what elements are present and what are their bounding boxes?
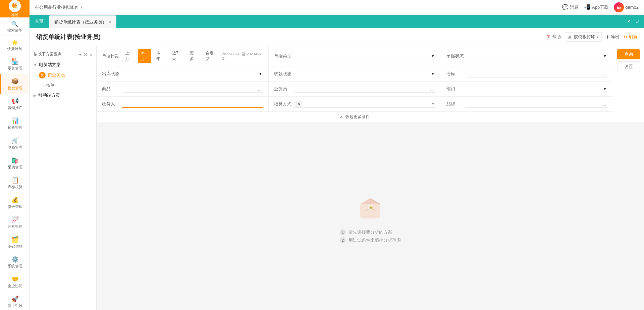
sidebar-item-newbie[interactable]: 🚀 新手引导 (0, 292, 29, 310)
doc-status-select[interactable]: ▾ (467, 53, 607, 59)
sidebar-quicknav-label: 快捷导航 (7, 46, 22, 51)
breadcrumb-dropdown[interactable]: ▾ (80, 5, 83, 10)
scheme-sub-item-order[interactable]: ∷ 按单 (30, 81, 96, 90)
date-more-btn[interactable]: 更多 (187, 49, 201, 63)
sidebar-item-quick-nav[interactable]: ⭐ 快捷导航 (0, 36, 29, 54)
sidebar-item-basic[interactable]: 🗂️ 基础信息 (0, 232, 29, 252)
tab-active[interactable]: 销货单统计表（按业务员） × (49, 15, 116, 29)
receipt-status-select[interactable]: ▾ (294, 70, 435, 77)
tab-window-close-icon[interactable]: × (626, 17, 632, 26)
sidebar-item-search[interactable]: 🔍 搜索菜单 (0, 17, 29, 36)
consignee-dots[interactable]: ... (258, 101, 262, 106)
left-panel-icons: + ⊙ « (79, 52, 92, 57)
settlement-tag-close[interactable]: × (298, 102, 300, 106)
warehouse-dots[interactable]: ... (602, 71, 606, 76)
scheme-group-desktop: ▼ 电脑端方案 按 按业务员 ∷ 按单 (30, 60, 96, 90)
department-label: 部门 (446, 86, 467, 92)
sidebar-item-retail[interactable]: 🏪 零售管理 (0, 54, 29, 74)
avatar-initials: Ea (617, 5, 621, 9)
scheme-group-mobile-header[interactable]: ▶ 移动端方案 (30, 90, 96, 100)
sidebar-item-sales[interactable]: 📊 销售管理 (0, 114, 29, 134)
ecommerce-icon: 🛒 (11, 137, 19, 144)
sidebar-item-operation[interactable]: 📈 经营管理 (0, 213, 29, 232)
collapse-label: 收起更多条件 (345, 114, 370, 119)
scheme-group-mobile: ▶ 移动端方案 (30, 90, 96, 100)
sidebar-item-wholesale[interactable]: 📦 批发管理 (0, 74, 29, 94)
tab-close-btn[interactable]: × (109, 20, 111, 24)
date-last7-btn[interactable]: 近7天 (169, 49, 185, 63)
scheme-active-dot: 按 (39, 72, 46, 79)
tab-home[interactable]: 首页 (30, 15, 49, 28)
brand-dots[interactable]: ... (602, 101, 606, 107)
sidebar-operation-label: 经营管理 (8, 224, 22, 229)
sidebar-item-purchase[interactable]: 🛍️ 采购管理 (0, 153, 29, 173)
sidebar-wholesale-label: 批发管理 (8, 86, 22, 91)
sidebar-ecommerce-label: 电商管理 (8, 145, 22, 150)
sidebar-item-marketing[interactable]: 📢 营销推广 (0, 94, 29, 114)
add-scheme-icon[interactable]: + (79, 52, 82, 57)
tip-1-num: 1 (340, 229, 346, 235)
date-this-year-btn[interactable]: 本年 (153, 49, 167, 63)
export-btn[interactable]: ⬇ 导出 (606, 34, 620, 40)
enterprise-icon: 🤝 (11, 275, 19, 283)
sidebar-item-ecommerce[interactable]: 🛒 电商管理 (0, 134, 29, 153)
scheme-item-salesperson[interactable]: 按 按业务员 (30, 70, 96, 81)
system-icon: ⚙️ (11, 256, 19, 263)
sidebar-item-enterprise[interactable]: 🤝 企业协同 (0, 272, 29, 292)
print-dropdown-icon: ▾ (597, 35, 599, 39)
topbar: 办公用品行业模拟账套 ▾ 💬 消息 📲 App下载 Ea demo2 (30, 0, 644, 15)
sidebar-search-label: 搜索菜单 (7, 28, 22, 33)
print-btn[interactable]: 🖨 按模板打印 ▾ (565, 32, 602, 42)
settlement-arrow-icon: ▾ (432, 102, 434, 106)
sidebar-item-finance[interactable]: 💰 资金管理 (0, 193, 29, 213)
collapse-bar[interactable]: ∧ 收起更多条件 (97, 112, 613, 122)
topbar-user-btn[interactable]: Ea demo2 (614, 2, 639, 12)
department-select[interactable]: ▾ (467, 86, 607, 92)
query-buttons: 查询 设置 (613, 46, 644, 122)
query-btn[interactable]: 查询 (617, 49, 640, 59)
collapse-panel-icon[interactable]: « (90, 52, 92, 57)
sidebar-sales-label: 销售管理 (8, 125, 22, 130)
tab-window-expand-icon[interactable]: ⤢ (634, 17, 641, 26)
settlement-tag: × (296, 101, 302, 107)
warehouse-input-area[interactable]: ... (467, 70, 607, 78)
receipt-status-label: 收款状态 (274, 71, 294, 77)
goods-dots[interactable]: ... (258, 86, 262, 92)
logo-char: 畅 (12, 3, 17, 10)
help-btn[interactable]: ❓ 帮助 (545, 34, 561, 40)
salesperson-dots[interactable]: ... (430, 86, 434, 92)
filter-row-2: 出库状态 ▾ 收款状态 ▾ (97, 66, 613, 82)
sidebar-item-inventory[interactable]: 📋 库存核算 (0, 173, 29, 193)
circle-scheme-icon[interactable]: ⊙ (84, 52, 88, 57)
out-status-select[interactable]: ▾ (122, 70, 263, 77)
date-custom-btn[interactable]: 自定义 (203, 49, 220, 63)
date-this-month-btn[interactable]: 本月 (138, 49, 152, 63)
message-label: 消息 (570, 4, 579, 10)
filter-cell-warehouse: 仓库 ... (441, 66, 613, 81)
topbar-appdownload-btn[interactable]: 📲 App下载 (584, 4, 608, 10)
sidebar-inventory-label: 库存核算 (8, 185, 22, 190)
empty-tips: 1 请先选择要分析的方案 2 用过滤条件来缩小分析范围 (340, 229, 401, 243)
sidebar: 畅 标版 🔍 搜索菜单 ⭐ 快捷导航 🏪 零售管理 📦 批发管理 📢 营销推广 … (0, 0, 30, 310)
sidebar-item-system[interactable]: ⚙️ 系统管理 (0, 252, 29, 272)
export-icon: ⬇ (606, 35, 609, 40)
consignee-input-area[interactable]: ... (122, 100, 263, 108)
doc-type-select[interactable]: ▾ (294, 53, 435, 59)
salesperson-input-area[interactable]: ... (294, 86, 435, 93)
brand-input-area[interactable]: ... (467, 101, 607, 108)
main-area: 办公用品行业模拟账套 ▾ 💬 消息 📲 App下载 Ea demo2 (30, 0, 644, 310)
warehouse-label: 仓库 (446, 71, 467, 77)
marketing-icon: 📢 (11, 97, 19, 105)
filter-row-1: 单据日期 上月 本月 本年 近7天 更多 自定义 2023-03-01 至 20… (97, 46, 613, 66)
date-last-month-btn[interactable]: 上月 (122, 49, 136, 63)
topbar-message-btn[interactable]: 💬 消息 (562, 4, 579, 10)
settlement-input-area[interactable]: × ▾ (294, 101, 435, 108)
sidebar-logo: 畅 标版 (0, 0, 30, 17)
scheme-group-desktop-header[interactable]: ▼ 电脑端方案 (30, 60, 96, 70)
app-download-label: App下载 (592, 4, 608, 10)
goods-input-area[interactable]: ... (122, 86, 263, 93)
settings-btn[interactable]: 设置 (617, 61, 640, 72)
refresh-btn[interactable]: ↻ 刷新 (624, 34, 637, 40)
print-icon: 🖨 (568, 35, 572, 40)
tab-active-label: 销货单统计表（按业务员） (54, 19, 107, 25)
